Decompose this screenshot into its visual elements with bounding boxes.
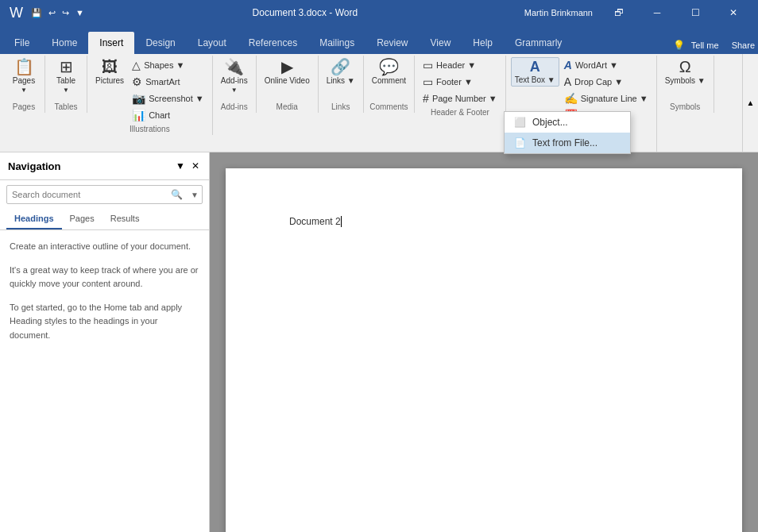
- wordart-icon: A: [564, 59, 572, 71]
- tab-grammarly[interactable]: Grammarly: [504, 32, 573, 54]
- nav-content-p1: Create an interactive outline of your do…: [10, 240, 199, 254]
- text-box-button[interactable]: A Text Box ▼: [511, 57, 559, 87]
- pages-icon: 📋: [14, 59, 34, 75]
- screenshot-button[interactable]: 📷 Screenshot ▼: [129, 91, 207, 106]
- nav-header-buttons: ▼ ✕: [174, 159, 201, 173]
- pages-dropdown: ▼: [21, 87, 27, 94]
- links-group-label: Links: [323, 102, 358, 111]
- share-button[interactable]: Share: [732, 40, 755, 50]
- wordart-button[interactable]: A WordArt ▼: [561, 57, 652, 73]
- nav-tab-results[interactable]: Results: [102, 209, 148, 229]
- dropdown-object-item[interactable]: ⬜ Object...: [505, 112, 630, 133]
- symbols-button[interactable]: Ω Symbols ▼: [662, 57, 709, 87]
- nav-tab-headings[interactable]: Headings: [6, 209, 62, 229]
- nav-content-p3: To get started, go to the Home tab and a…: [10, 301, 199, 343]
- header-footer-col: ▭ Header ▼ ▭ Footer ▼ # Page Number ▼: [420, 57, 501, 106]
- nav-search-bar: 🔍 ▼: [6, 185, 203, 204]
- tab-help[interactable]: Help: [462, 32, 504, 54]
- smartart-label: SmartArt: [145, 77, 180, 87]
- footer-button[interactable]: ▭ Footer ▼: [420, 74, 501, 90]
- nav-content: Create an interactive outline of your do…: [0, 230, 209, 532]
- text-box-icon: A: [530, 60, 540, 74]
- redo-qat-button[interactable]: ↪: [60, 5, 71, 21]
- page-number-label: Page Number ▼: [432, 94, 497, 103]
- tab-bar-right: 💡 Tell me Share: [673, 40, 755, 54]
- online-video-label: Online Video: [265, 76, 310, 85]
- smartart-button[interactable]: ⚙ SmartArt: [129, 74, 207, 90]
- comment-icon: 💬: [379, 59, 399, 75]
- shapes-icon: △: [132, 59, 141, 71]
- ribbon: 📋 Pages ▼ Pages ⊞ Table ▼ Tables 🖼 Pictu…: [0, 54, 758, 152]
- links-button[interactable]: 🔗 Links ▼: [323, 57, 358, 87]
- chart-icon: 📊: [132, 109, 145, 121]
- table-dropdown: ▼: [63, 87, 69, 94]
- signature-icon: ✍: [564, 92, 578, 105]
- restore-window-button[interactable]: 🗗: [601, 0, 637, 25]
- nav-tabs: Headings Pages Results: [0, 209, 209, 230]
- ribbon-group-symbols: Ω Symbols ▼ Symbols: [657, 56, 714, 113]
- tell-me-text[interactable]: Tell me: [691, 40, 719, 50]
- nav-collapse-button[interactable]: ▼: [174, 159, 187, 173]
- ribbon-scroll-arrow[interactable]: ▲: [742, 54, 758, 152]
- media-buttons: ▶ Online Video: [261, 57, 313, 101]
- close-button[interactable]: ✕: [715, 0, 752, 25]
- undo-qat-button[interactable]: ↩: [47, 5, 57, 21]
- document-content: Document 2: [289, 216, 341, 227]
- chart-button[interactable]: 📊 Chart: [129, 107, 207, 123]
- title-bar-right: Martin Brinkmann 🗗 ─ ☐ ✕: [524, 0, 752, 25]
- dropcap-button[interactable]: A Drop Cap ▼: [561, 74, 652, 90]
- page-number-button[interactable]: # Page Number ▼: [420, 91, 501, 106]
- signature-button[interactable]: ✍ Signature Line ▼: [561, 91, 652, 106]
- symbols-icon: Ω: [679, 59, 691, 75]
- table-button[interactable]: ⊞ Table ▼: [50, 57, 82, 95]
- online-video-button[interactable]: ▶ Online Video: [261, 57, 313, 87]
- search-dropdown-button[interactable]: ▼: [188, 187, 202, 202]
- links-icon: 🔗: [331, 59, 350, 75]
- shapes-button[interactable]: △ Shapes ▼: [129, 57, 207, 73]
- search-input[interactable]: [7, 187, 166, 202]
- tab-view[interactable]: View: [420, 32, 462, 54]
- table-icon: ⊞: [60, 59, 73, 75]
- maximize-button[interactable]: ☐: [677, 0, 714, 25]
- tab-layout[interactable]: Layout: [187, 32, 238, 54]
- search-button[interactable]: 🔍: [166, 186, 188, 203]
- save-qat-button[interactable]: 💾: [29, 5, 44, 21]
- tables-buttons: ⊞ Table ▼: [50, 57, 82, 101]
- navigation-panel: Navigation ▼ ✕ 🔍 ▼ Headings Pages Result…: [0, 152, 210, 532]
- pages-button[interactable]: 📋 Pages ▼: [8, 57, 40, 95]
- nav-content-p2: It's a great way to keep track of where …: [10, 264, 199, 291]
- ribbon-group-illustrations: 🖼 Pictures △ Shapes ▼ ⚙ SmartArt 📷 Scree…: [87, 56, 213, 135]
- document-title: Document 3.docx - Word: [86, 7, 524, 18]
- comment-button[interactable]: 💬 Comment: [369, 57, 409, 87]
- header-button[interactable]: ▭ Header ▼: [420, 57, 501, 73]
- tab-file[interactable]: File: [3, 32, 41, 54]
- nav-tab-pages[interactable]: Pages: [62, 209, 102, 229]
- dropdown-text-from-file-item[interactable]: 📄 Text from File...: [505, 133, 630, 153]
- qat-dropdown-button[interactable]: ▼: [74, 5, 86, 21]
- main-area: Navigation ▼ ✕ 🔍 ▼ Headings Pages Result…: [0, 152, 758, 532]
- dropcap-icon: A: [564, 75, 571, 88]
- pictures-button[interactable]: 🖼 Pictures: [92, 57, 127, 87]
- addins-dropdown: ▼: [231, 87, 238, 94]
- media-group-label: Media: [261, 102, 313, 111]
- tab-insert[interactable]: Insert: [88, 32, 134, 54]
- nav-header: Navigation ▼ ✕: [0, 152, 209, 180]
- table-label: Table: [56, 76, 75, 85]
- tab-review[interactable]: Review: [365, 32, 419, 54]
- addins-button[interactable]: 🔌 Add-ins ▼: [218, 57, 251, 95]
- ribbon-group-comments: 💬 Comment Comments: [364, 56, 415, 113]
- nav-title: Navigation: [8, 160, 60, 172]
- ribbon-group-links: 🔗 Links ▼ Links: [319, 56, 364, 113]
- text-cursor: [341, 216, 342, 227]
- symbols-label: Symbols ▼: [665, 76, 706, 85]
- tab-references[interactable]: References: [238, 32, 308, 54]
- nav-close-button[interactable]: ✕: [190, 159, 201, 173]
- tab-mailings[interactable]: Mailings: [308, 32, 365, 54]
- tab-home[interactable]: Home: [41, 32, 88, 54]
- screenshot-label: Screenshot ▼: [149, 94, 204, 103]
- document-page[interactable]: Document 2: [226, 168, 742, 532]
- minimize-button[interactable]: ─: [639, 0, 675, 25]
- smartart-icon: ⚙: [132, 75, 142, 88]
- tab-design[interactable]: Design: [134, 32, 186, 54]
- footer-label: Footer ▼: [436, 77, 473, 87]
